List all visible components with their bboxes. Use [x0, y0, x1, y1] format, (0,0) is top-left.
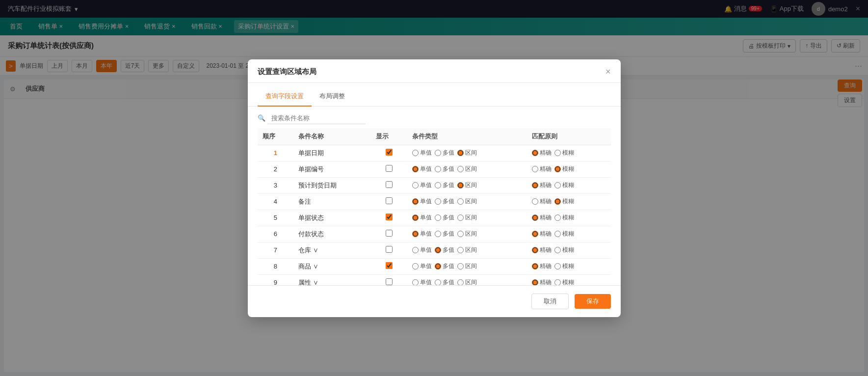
match-rule-exact-label[interactable]: 精确	[532, 230, 552, 238]
cond-type-multi-radio[interactable]	[435, 263, 441, 269]
match-rule-exact-label[interactable]: 精确	[532, 246, 552, 254]
condition-search-input[interactable]	[267, 112, 366, 124]
cond-type-single-radio[interactable]	[412, 247, 419, 253]
row-display-cell[interactable]	[371, 177, 407, 193]
cond-type-range-label[interactable]: 区间	[457, 246, 477, 254]
cond-type-single-label[interactable]: 单值	[412, 230, 432, 238]
cond-type-range-radio[interactable]	[457, 150, 464, 156]
cond-type-single-label[interactable]: 单值	[412, 197, 432, 206]
cond-type-single-radio[interactable]	[412, 263, 419, 269]
cond-type-multi-label[interactable]: 多值	[435, 230, 454, 238]
cond-type-single-label[interactable]: 单值	[412, 165, 432, 173]
match-rule-fuzzy-radio[interactable]	[554, 215, 561, 221]
cond-type-multi-radio[interactable]	[435, 247, 441, 253]
cond-type-single-label[interactable]: 单值	[412, 246, 432, 254]
cond-type-range-radio[interactable]	[457, 279, 464, 285]
match-rule-fuzzy-label[interactable]: 模糊	[554, 230, 574, 238]
cond-type-range-radio[interactable]	[457, 263, 464, 269]
cond-type-multi-label[interactable]: 多值	[435, 278, 454, 285]
display-checkbox[interactable]	[386, 165, 393, 172]
match-rule-exact-label[interactable]: 精确	[532, 278, 552, 285]
display-checkbox[interactable]	[386, 197, 393, 204]
cancel-button[interactable]: 取消	[531, 294, 569, 309]
cond-type-single-radio[interactable]	[412, 198, 419, 205]
match-rule-fuzzy-label[interactable]: 模糊	[554, 181, 574, 189]
cond-type-range-label[interactable]: 区间	[457, 278, 477, 285]
cond-type-single-radio[interactable]	[412, 182, 419, 188]
cond-type-multi-label[interactable]: 多值	[435, 149, 454, 157]
display-checkbox[interactable]	[386, 149, 393, 156]
cond-type-multi-label[interactable]: 多值	[435, 165, 454, 173]
cond-type-multi-label[interactable]: 多值	[435, 262, 454, 270]
display-checkbox[interactable]	[386, 230, 393, 237]
match-rule-fuzzy-label[interactable]: 模糊	[554, 262, 574, 270]
match-rule-exact-radio[interactable]	[532, 166, 538, 172]
cond-type-multi-label[interactable]: 多值	[435, 181, 454, 189]
cond-type-multi-label[interactable]: 多值	[435, 246, 454, 254]
match-rule-fuzzy-radio[interactable]	[554, 247, 561, 253]
cond-type-range-radio[interactable]	[457, 247, 464, 253]
cond-type-multi-radio[interactable]	[435, 198, 441, 205]
match-rule-exact-radio[interactable]	[532, 198, 538, 205]
match-rule-exact-radio[interactable]	[532, 247, 538, 253]
cond-type-single-radio[interactable]	[412, 279, 419, 285]
match-rule-fuzzy-label[interactable]: 模糊	[554, 197, 574, 206]
match-rule-exact-label[interactable]: 精确	[532, 181, 552, 189]
cond-type-range-label[interactable]: 区间	[457, 149, 477, 157]
cond-type-range-label[interactable]: 区间	[457, 197, 477, 206]
cond-type-range-radio[interactable]	[457, 198, 464, 205]
display-checkbox[interactable]	[386, 181, 393, 188]
row-display-cell[interactable]	[371, 161, 407, 177]
cond-type-multi-radio[interactable]	[435, 166, 441, 172]
match-rule-fuzzy-radio[interactable]	[554, 279, 561, 285]
cond-type-single-radio[interactable]	[412, 231, 419, 237]
display-checkbox[interactable]	[386, 246, 393, 253]
match-rule-fuzzy-radio[interactable]	[554, 231, 561, 237]
match-rule-exact-radio[interactable]	[532, 182, 538, 188]
row-display-cell[interactable]	[371, 258, 407, 274]
cond-type-multi-radio[interactable]	[435, 279, 441, 285]
match-rule-fuzzy-radio[interactable]	[554, 263, 561, 269]
cond-type-multi-radio[interactable]	[435, 150, 441, 156]
modal-close-button[interactable]: ×	[605, 67, 611, 76]
cond-type-single-label[interactable]: 单值	[412, 149, 432, 157]
modal-overlay[interactable]: 设置查询区域布局 × 查询字段设置 布局调整 🔍 顺序 条件名称 显示 条件类型	[0, 0, 868, 376]
cond-type-multi-label[interactable]: 多值	[435, 197, 454, 206]
cond-type-range-radio[interactable]	[457, 215, 464, 221]
cond-type-single-label[interactable]: 单值	[412, 278, 432, 285]
cond-type-range-label[interactable]: 区间	[457, 230, 477, 238]
match-rule-exact-radio[interactable]	[532, 150, 538, 156]
display-checkbox[interactable]	[386, 262, 393, 269]
cond-type-multi-radio[interactable]	[435, 215, 441, 221]
match-rule-fuzzy-label[interactable]: 模糊	[554, 246, 574, 254]
cond-type-range-label[interactable]: 区间	[457, 181, 477, 189]
match-rule-exact-label[interactable]: 精确	[532, 165, 552, 173]
save-button[interactable]: 保存	[575, 294, 611, 309]
match-rule-fuzzy-radio[interactable]	[554, 166, 561, 172]
cond-type-range-label[interactable]: 区间	[457, 165, 477, 173]
modal-tab-query-fields[interactable]: 查询字段设置	[258, 89, 312, 107]
match-rule-fuzzy-label[interactable]: 模糊	[554, 149, 574, 157]
display-checkbox[interactable]	[386, 278, 393, 285]
match-rule-fuzzy-label[interactable]: 模糊	[554, 214, 574, 222]
match-rule-exact-label[interactable]: 精确	[532, 262, 552, 270]
cond-type-multi-radio[interactable]	[435, 182, 441, 188]
row-display-cell[interactable]	[371, 226, 407, 242]
cond-type-single-radio[interactable]	[412, 215, 419, 221]
cond-type-single-radio[interactable]	[412, 166, 419, 172]
row-display-cell[interactable]	[371, 274, 407, 285]
cond-type-single-radio[interactable]	[412, 150, 419, 156]
match-rule-exact-label[interactable]: 精确	[532, 214, 552, 222]
match-rule-fuzzy-label[interactable]: 模糊	[554, 278, 574, 285]
row-display-cell[interactable]	[371, 242, 407, 258]
cond-type-range-radio[interactable]	[457, 231, 464, 237]
match-rule-exact-label[interactable]: 精确	[532, 149, 552, 157]
match-rule-exact-radio[interactable]	[532, 279, 538, 285]
cond-type-multi-radio[interactable]	[435, 231, 441, 237]
cond-type-range-radio[interactable]	[457, 182, 464, 188]
row-display-cell[interactable]	[371, 193, 407, 210]
match-rule-exact-radio[interactable]	[532, 263, 538, 269]
match-rule-fuzzy-label[interactable]: 模糊	[554, 165, 574, 173]
match-rule-fuzzy-radio[interactable]	[554, 150, 561, 156]
cond-type-range-radio[interactable]	[457, 166, 464, 172]
